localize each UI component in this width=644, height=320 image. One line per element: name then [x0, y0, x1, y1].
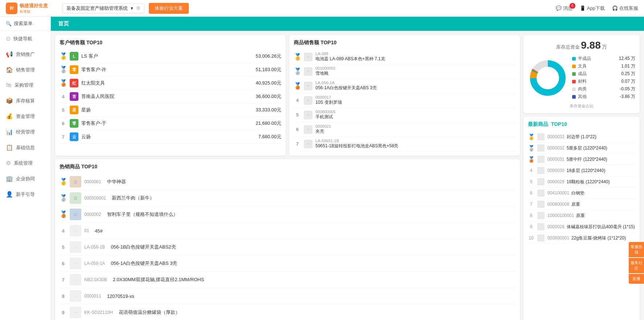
new-product-thumbnail: [537, 156, 545, 163]
legend-value: 12.45 万: [619, 56, 635, 62]
product-thumbnail: ▫: [304, 96, 313, 105]
product-thumbnail: ▫: [304, 111, 313, 119]
hot-product-name: 056-1A白色按键开关盖ABS 3壳: [111, 260, 177, 267]
sidebar-item-quick-nav[interactable]: ⊙ 快捷导航: [0, 31, 50, 46]
customer-ranking-card: 客户销售额 TOP10 🥇LLS 客户53,006.26元🥈零零售客户-许51,…: [55, 35, 286, 156]
search-menu-button[interactable]: 🔍 搜索菜单: [0, 17, 50, 31]
rank-number: 🥉: [60, 210, 67, 218]
legend-value: -0.05 万: [620, 86, 635, 92]
product-code: LA-59651-1B: [315, 139, 398, 143]
operations-icon: 📊: [6, 128, 13, 135]
trial-button[interactable]: 体验行业方案: [149, 3, 189, 14]
sales-icon: 🏠: [6, 66, 13, 73]
hot-products-title: 热销商品 TOP10: [60, 164, 515, 170]
middle-column: 客户销售额 TOP10 🥇LLS 客户53,006.26元🥈零零售客户-许51,…: [55, 35, 520, 320]
legend-dot: [572, 87, 576, 91]
rank-number: 5: [294, 112, 301, 118]
product-rank-item: 🥉▫LA-056-1A056-1A白色按键开关盖ABS 3壳: [294, 79, 515, 93]
new-product-name: 白钢垫: [571, 190, 584, 196]
new-product-name: 18颗粒板 (1220*2440): [567, 179, 610, 184]
message-button[interactable]: 💬 消息 6: [556, 5, 572, 12]
new-product-name: 原重: [571, 202, 580, 207]
hot-product-code: KK-SD22110H: [84, 310, 113, 315]
new-product-name: 体碱嘉枝味苏打饮品400毫升 (1*15): [567, 224, 635, 229]
new-product-info: 004100001白钢垫: [547, 190, 635, 196]
top-right-actions: 💬 消息 6 📱 App下载 🎧 在线客服: [556, 5, 638, 12]
top-rankings: 客户销售额 TOP10 🥇LLS 客户53,006.26元🥈零零售客户-许51,…: [55, 35, 520, 156]
rank-number: 🥇: [60, 178, 67, 186]
new-product-thumbnail: [537, 212, 545, 219]
customer-ranking-title: 客户销售额 TOP10: [60, 40, 281, 46]
app-download-button[interactable]: 📱 App下载: [580, 5, 605, 12]
cs-float: 客服热线服务社区直播: [629, 242, 644, 284]
new-product-info: 00000315厘中纤 (1220*2440): [547, 156, 635, 163]
hot-products-card: 热销商品 TOP10 🥇🖼0000001中华神器🥈🖼000500001新西兰牛肉…: [55, 159, 520, 320]
rank-number: 4: [60, 94, 67, 99]
inventory-footer: 库存资金占比: [528, 103, 635, 109]
online-service-button[interactable]: 🎧 在线客服: [612, 5, 638, 12]
legend-dot: [572, 80, 576, 83]
new-product-item: 4000003018多层 (1220*2440): [528, 165, 635, 176]
new-product-thumbnail: [537, 133, 545, 140]
cs-float-button-1[interactable]: 服务社区: [629, 258, 644, 273]
avatar: 星: [70, 106, 78, 114]
sidebar-item-operations[interactable]: 📊 经营管理: [0, 124, 50, 140]
rank-number: 🥈: [528, 145, 534, 152]
sidebar-item-marketing[interactable]: 📢 营销推广: [0, 46, 50, 62]
new-product-info: 0000033封边带 (1.0*22): [547, 134, 635, 140]
sidebar-item-purchase[interactable]: 🛍 采购管理: [0, 78, 50, 93]
product-name: 056-1A白色按键开关盖ABS 3壳: [315, 85, 377, 91]
hot-product-thumbnail: 🖼: [70, 176, 81, 188]
rank-number: 5: [60, 245, 67, 250]
legend-item: 材料0.07 万: [572, 78, 635, 85]
new-product-code: 0000033: [547, 134, 564, 139]
hot-product-item: 🥇🖼0000001中华神器: [60, 174, 515, 190]
cs-float-button-2[interactable]: 直播: [629, 274, 644, 284]
rank-name: 星扬: [81, 107, 253, 113]
system-selector[interactable]: 装备及固定资产辅助管理系统 ▾ ⚙: [62, 3, 144, 13]
customer-rank-item: 7云云扬7,680.00元: [60, 130, 281, 144]
sidebar-item-company[interactable]: 🏢 企业协同: [0, 171, 50, 186]
new-product-item: 🥉00000315厘中纤 (1220*2440): [528, 154, 635, 165]
hot-product-item: 7▫NB2.0X30B2.0X30MM双摆花轴,摆花直径2.1MM/ROHS: [60, 272, 515, 288]
rank-amount: 7,680.00元: [258, 134, 281, 140]
hot-product-thumbnail: ▫: [70, 290, 81, 302]
settings-icon[interactable]: ⚙: [136, 5, 140, 11]
hot-product-thumbnail: ▫: [70, 241, 81, 253]
hot-product-name: 新西兰牛肉（新牛）: [112, 195, 154, 201]
rank-number: 4: [528, 168, 534, 173]
phone-icon: 📱: [580, 5, 586, 11]
hot-product-name: 花语萌值温分糖罐袋（厚款）: [119, 309, 180, 316]
new-product-item: 6004100001白钢垫: [528, 188, 635, 199]
rank-name: LS 客户: [81, 53, 253, 60]
rank-number: 4: [60, 228, 67, 234]
sidebar-item-system[interactable]: ⚙ 系统管理: [0, 155, 50, 171]
sidebar-item-inventory[interactable]: 📦 库存核算: [0, 93, 50, 108]
hot-product-thumbnail: 🖼: [70, 192, 81, 204]
legend-name: 其他: [578, 94, 617, 100]
product-name: 电池盖 LA-089 ABS本色+黑种 7.1克: [315, 56, 385, 62]
rank-number: 6: [528, 190, 534, 196]
legend-name: 半成品: [578, 56, 617, 62]
sidebar-item-basics[interactable]: 📋 基础信息: [0, 140, 50, 155]
sidebar-item-finance[interactable]: 💰 资金管理: [0, 108, 50, 124]
customer-rank-item: 🥈零零售客户-许51,183.00元: [60, 63, 281, 77]
sidebar-item-sales[interactable]: 🏠 销售管理: [0, 62, 50, 78]
customer-rank-list: 🥇LLS 客户53,006.26元🥈零零售客户-许51,183.00元🥉红红太阳…: [60, 50, 281, 144]
sidebar-item-guide[interactable]: 👤 新手引导: [0, 186, 50, 202]
product-ranking-title: 商品销售额 TOP10: [294, 40, 515, 46]
new-product-info: 000002918颗粒板 (1220*2440): [547, 179, 635, 185]
rank-number: 4: [294, 98, 301, 103]
new-product-code: 000800008: [547, 202, 569, 207]
new-product-item: 🥇0000033封边带 (1.0*22): [528, 131, 635, 143]
new-product-thumbnail: [537, 167, 545, 174]
legend-dot: [572, 95, 576, 99]
avatar: 云: [70, 132, 78, 141]
product-code: 000800005: [315, 110, 335, 114]
product-name: 夹壳: [315, 128, 331, 135]
new-product-code: 0000031: [547, 157, 564, 162]
rank-amount: 33,333.00元: [256, 107, 281, 113]
cs-float-button-0[interactable]: 客服热线: [629, 242, 644, 257]
new-product-item: 5000002918颗粒板 (1220*2440): [528, 176, 635, 188]
new-product-thumbnail: [537, 144, 545, 152]
